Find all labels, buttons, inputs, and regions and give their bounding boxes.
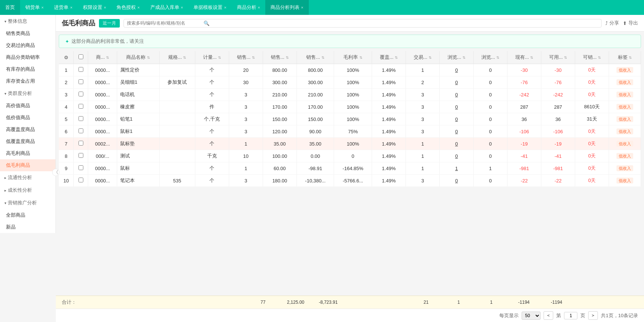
col-name[interactable]: 商品名称 ⇅ (117, 51, 159, 64)
sidebar-item-new-products[interactable]: 新品 (0, 221, 55, 233)
row-sales-qty: 1 (229, 138, 263, 150)
nav-close-purchase[interactable]: × (70, 5, 72, 10)
row-checkbox[interactable] (74, 162, 88, 175)
col-salable[interactable]: 可销... ⇅ (575, 51, 609, 64)
row-coverage: 1.49% (372, 101, 406, 113)
sidebar-item-all-products[interactable]: 全部商品 (0, 209, 55, 221)
row-tag: 低收入 (609, 101, 641, 113)
col-spec[interactable]: 规格... ⇅ (159, 51, 195, 64)
share-button[interactable]: ⤴ 分享 (605, 20, 619, 26)
prev-page-button[interactable]: ＜ (544, 311, 553, 320)
col-browse1[interactable]: 浏览... ⇅ (440, 51, 474, 64)
nav-item-home[interactable]: 首页 (0, 0, 20, 15)
table-row: 3 0000... 电话机 个 3 210.00 210.00 100% 1.4… (59, 89, 641, 101)
nav-item-roles[interactable]: 角色授权 × (111, 0, 145, 15)
page-label: 第 (556, 312, 561, 319)
row-transaction: 1 (406, 162, 440, 175)
search-input[interactable] (127, 20, 201, 26)
row-browse1[interactable]: 0 (440, 76, 474, 89)
row-checkbox[interactable] (74, 138, 88, 150)
row-transaction: 1 (406, 150, 440, 162)
row-available: -106 (541, 125, 575, 138)
row-browse1[interactable]: 0 (440, 101, 474, 113)
row-checkbox[interactable] (74, 175, 88, 187)
col-sales-amount[interactable]: 销售... ⇅ (297, 51, 334, 64)
row-browse1[interactable]: 0 (440, 113, 474, 125)
sidebar-group-cluster[interactable]: ▾ 类群度分析 (0, 87, 55, 100)
nav-close-product-analysis-list[interactable]: × (301, 5, 303, 10)
nav-item-template[interactable]: 单据模板设置 × (188, 0, 231, 15)
sidebar-collapse-button[interactable]: 《 (52, 169, 60, 176)
row-browse1[interactable]: 0 (440, 125, 474, 138)
row-browse1[interactable]: 0 (440, 150, 474, 162)
col-sales-price[interactable]: 销售... ⇅ (263, 51, 297, 64)
col-transaction[interactable]: 交易... ⇅ (406, 51, 440, 64)
sidebar-group-liquidity[interactable]: ▸ 流通性分析 (0, 171, 55, 184)
search-icon[interactable]: 🔍 (204, 20, 209, 26)
col-browse2[interactable]: 浏览... ⇅ (474, 51, 507, 64)
row-browse2: 0 (474, 89, 507, 101)
row-spec (159, 150, 195, 162)
col-available[interactable]: 可用... ⇅ (541, 51, 575, 64)
nav-close-sales[interactable]: × (41, 5, 44, 10)
col-coverage[interactable]: 覆盖... ⇅ (372, 51, 406, 64)
row-browse1[interactable]: 0 (440, 64, 474, 76)
per-page-select[interactable]: 50 100 200 (522, 312, 541, 320)
sidebar-item-high-coverage[interactable]: 高覆盖度商品 (0, 124, 55, 136)
row-sales-price: 120.00 (263, 125, 297, 138)
row-browse1[interactable]: 0 (440, 138, 474, 150)
nav-item-permissions[interactable]: 权限设置 × (78, 0, 111, 15)
row-checkbox[interactable] (74, 101, 88, 113)
sidebar-item-low-margin[interactable]: 低毛利商品 (0, 159, 55, 171)
row-sales-amount: -98.91 (297, 162, 334, 175)
row-checkbox[interactable] (74, 76, 88, 89)
row-browse1[interactable]: 0 (440, 175, 474, 187)
nav-item-product-entry[interactable]: 产成品入库单 × (145, 0, 188, 15)
col-code[interactable]: 商... ⇅ (88, 51, 117, 64)
sidebar-item-low-value[interactable]: 低价值商品 (0, 112, 55, 124)
sidebar-group-marketing[interactable]: ▾ 营销推广分析 (0, 197, 55, 209)
row-code: 0000... (88, 125, 117, 138)
chevron-right-icon: ▸ (4, 176, 6, 180)
nav-close-template[interactable]: × (224, 5, 226, 10)
sidebar-item-stock-capital[interactable]: 库存资金占用 (0, 75, 55, 87)
product-table: ⚙ 商... ⇅ 商品名称 ⇅ 规格... ⇅ 计量... ⇅ 销售... ⇅ … (59, 51, 641, 187)
sidebar-item-category-sales-rate[interactable]: 商品分类助销率 (0, 51, 55, 63)
col-unit[interactable]: 计量... ⇅ (195, 51, 229, 64)
time-filter-button[interactable]: 近一月 (99, 19, 120, 28)
sidebar-item-stock-products[interactable]: 有库存的商品 (0, 63, 55, 75)
col-current-stock[interactable]: 现有... ⇅ (507, 51, 541, 64)
select-all-checkbox[interactable] (79, 54, 83, 59)
nav-item-product-analysis-list[interactable]: 商品分析列表 × (265, 0, 308, 15)
row-checkbox[interactable] (74, 89, 88, 101)
row-browse1[interactable]: 0 (440, 89, 474, 101)
col-tag[interactable]: 标签 ⇅ (609, 51, 641, 64)
nav-close-product-entry[interactable]: × (181, 5, 183, 10)
nav-close-product-analysis[interactable]: × (258, 5, 260, 10)
nav-item-product-analysis[interactable]: 商品分析 × (232, 0, 265, 15)
row-checkbox[interactable] (74, 150, 88, 162)
sidebar-item-sales-products[interactable]: 销售类商品 (0, 28, 55, 39)
sidebar-item-low-coverage[interactable]: 低覆盖度商品 (0, 136, 55, 147)
col-settings[interactable]: ⚙ (59, 51, 74, 64)
nav-close-permissions[interactable]: × (104, 5, 106, 10)
row-checkbox[interactable] (74, 64, 88, 76)
row-browse1[interactable]: 1 (440, 162, 474, 175)
row-checkbox[interactable] (74, 113, 88, 125)
export-button[interactable]: ⬆ 导出 (623, 20, 638, 26)
sidebar-group-growth[interactable]: ▸ 成长性分析 (0, 184, 55, 197)
nav-item-purchase[interactable]: 进货单 × (49, 0, 77, 15)
page-number-input[interactable] (564, 312, 577, 319)
row-checkbox[interactable] (74, 125, 88, 138)
nav-close-roles[interactable]: × (137, 5, 140, 10)
sidebar-item-traded-products[interactable]: 交易过的商品 (0, 39, 55, 51)
nav-item-sales[interactable]: 销货单 × (20, 0, 49, 15)
next-page-button[interactable]: ＞ (588, 311, 598, 320)
sidebar-item-high-margin[interactable]: 高毛利商品 (0, 147, 55, 159)
col-gross-rate[interactable]: 毛利率 ⇅ (334, 51, 372, 64)
sidebar-item-high-value[interactable]: 高价值商品 (0, 100, 55, 112)
row-spec (159, 162, 195, 175)
col-sales-qty[interactable]: 销售... ⇅ (229, 51, 263, 64)
sidebar-group-overall[interactable]: ▾ 整体信息 (0, 15, 55, 28)
footer-empty-2 (116, 300, 149, 305)
